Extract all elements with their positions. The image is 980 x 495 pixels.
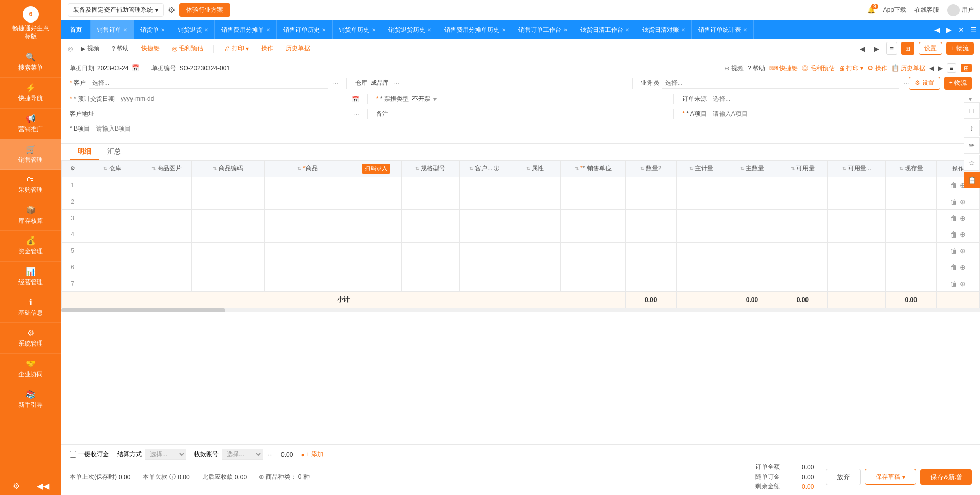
- settings-icon[interactable]: ⚙: [13, 481, 20, 491]
- profit-icon2[interactable]: ◎ 毛利预估: [802, 64, 834, 73]
- th-settings[interactable]: ⚙: [62, 161, 83, 177]
- table-cell[interactable]: [510, 259, 560, 275]
- table-cell[interactable]: [777, 177, 828, 193]
- tab-summary[interactable]: 汇总: [99, 144, 129, 160]
- sidebar-item-base[interactable]: ℹ 基础信息: [0, 292, 61, 323]
- table-cell[interactable]: [264, 177, 351, 193]
- table-cell[interactable]: [886, 193, 937, 210]
- table-cell[interactable]: [401, 193, 459, 210]
- tab-close-icon[interactable]: ✕: [266, 27, 270, 33]
- tab-close-icon[interactable]: ✕: [625, 27, 629, 33]
- save-draft-btn[interactable]: 保存草稿 ▾: [865, 469, 916, 485]
- th-scan[interactable]: 扫码录入: [351, 161, 402, 177]
- settings-btn[interactable]: 设置: [919, 42, 942, 55]
- table-cell[interactable]: [727, 193, 777, 210]
- sidebar-item-guide[interactable]: 📚 新手引导: [0, 384, 61, 415]
- table-cell[interactable]: [510, 210, 560, 226]
- table-cell[interactable]: [264, 275, 351, 292]
- table-cell[interactable]: [886, 177, 937, 193]
- table-cell[interactable]: [141, 193, 192, 210]
- copy-row-icon[interactable]: ⊕: [960, 247, 966, 255]
- tab-return-history[interactable]: 销货退货历史 ✕: [382, 20, 438, 39]
- table-cell[interactable]: [560, 193, 625, 210]
- table-cell[interactable]: [459, 226, 510, 243]
- tab-close-icon[interactable]: ✕: [123, 27, 127, 33]
- delivery-input[interactable]: [118, 94, 349, 104]
- table-cell[interactable]: [264, 259, 351, 275]
- table-cell[interactable]: [625, 259, 676, 275]
- table-cell[interactable]: [401, 226, 459, 243]
- table-cell[interactable]: [676, 259, 727, 275]
- float-star-btn[interactable]: ☆: [964, 155, 980, 171]
- table-cell[interactable]: [727, 177, 777, 193]
- table-cell[interactable]: [83, 275, 141, 292]
- table-cell[interactable]: [727, 259, 777, 275]
- th-unit[interactable]: ⇅ ** 销售单位: [560, 161, 625, 177]
- form-add-btn[interactable]: + 物流: [944, 77, 972, 90]
- float-copy-btn[interactable]: 📋: [964, 172, 980, 188]
- user-avatar[interactable]: 用户: [947, 4, 974, 16]
- copy-row-icon[interactable]: ⊕: [960, 214, 966, 222]
- th-stock[interactable]: ⇅ 现存量: [886, 161, 937, 177]
- table-cell[interactable]: [192, 210, 264, 226]
- table-cell[interactable]: [560, 226, 625, 243]
- app-download-link[interactable]: App下载: [883, 6, 906, 14]
- sales-input[interactable]: [662, 78, 899, 89]
- customer-input[interactable]: [89, 78, 328, 89]
- tab-close-icon[interactable]: ✕: [204, 27, 208, 33]
- th-main-unit[interactable]: ⇅ 主计量: [676, 161, 727, 177]
- settings-gear-icon[interactable]: ⚙: [168, 5, 175, 15]
- sales-more-icon[interactable]: ···: [904, 80, 909, 87]
- table-cell[interactable]: [83, 243, 141, 259]
- table-cell[interactable]: [560, 275, 625, 292]
- table-cell[interactable]: [510, 193, 560, 210]
- nav-next-btn[interactable]: ▶: [943, 26, 955, 34]
- tab-order-workbench[interactable]: 销售订单工作台 ✕: [512, 20, 574, 39]
- table-cell[interactable]: [192, 226, 264, 243]
- table-cell[interactable]: [828, 243, 886, 259]
- table-cell[interactable]: [459, 259, 510, 275]
- table-cell[interactable]: [192, 259, 264, 275]
- table-cell[interactable]: [141, 177, 192, 193]
- prev-record-btn[interactable]: ◀: [857, 45, 868, 53]
- operate-btn[interactable]: 操作: [257, 42, 277, 54]
- table-cell[interactable]: [777, 243, 828, 259]
- table-cell[interactable]: [510, 275, 560, 292]
- grid-view-btn[interactable]: ⊞: [901, 42, 914, 55]
- calendar2-icon[interactable]: 📅: [352, 96, 359, 103]
- table-cell[interactable]: [886, 226, 937, 243]
- sidebar-item-collab[interactable]: 🤝 企业协同: [0, 354, 61, 384]
- tab-order-history[interactable]: 销售订单历史 ✕: [277, 20, 333, 39]
- b-project-input[interactable]: [93, 123, 247, 134]
- add-item-btn[interactable]: + 物流: [946, 42, 974, 55]
- table-cell[interactable]: [510, 243, 560, 259]
- collapse-icon[interactable]: ◀◀: [37, 481, 49, 491]
- tab-expense-history[interactable]: 销售费用分摊单历史 ✕: [438, 20, 512, 39]
- table-cell[interactable]: [141, 275, 192, 292]
- table-cell[interactable]: [83, 193, 141, 210]
- help-icon2[interactable]: ? 帮助: [748, 64, 765, 73]
- th-warehouse[interactable]: ⇅ 仓库: [83, 161, 141, 177]
- tab-detail[interactable]: 明细: [70, 144, 99, 160]
- shortcut-btn[interactable]: 快捷键: [137, 42, 164, 54]
- tab-close-icon[interactable]: ✕: [161, 27, 165, 33]
- table-cell[interactable]: [351, 193, 402, 210]
- table-cell[interactable]: [459, 210, 510, 226]
- table-cell[interactable]: [264, 193, 351, 210]
- copy-row-icon[interactable]: ⊕: [960, 279, 966, 288]
- table-cell[interactable]: [777, 210, 828, 226]
- table-cell[interactable]: [676, 210, 727, 226]
- tab-order-stats[interactable]: 销售订单统计表 ✕: [692, 20, 754, 39]
- table-cell[interactable]: [351, 210, 402, 226]
- table-cell[interactable]: [727, 275, 777, 292]
- table-cell[interactable]: [676, 177, 727, 193]
- warehouse-more-icon[interactable]: ···: [394, 80, 399, 87]
- tab-cash-reconcile[interactable]: 钱货日清对账 ✕: [636, 20, 692, 39]
- table-cell[interactable]: [828, 210, 886, 226]
- tab-expense-split[interactable]: 销售费用分摊单 ✕: [215, 20, 277, 39]
- tab-close-icon[interactable]: ✕: [563, 27, 568, 33]
- sidebar-item-finance[interactable]: 💰 资金管理: [0, 231, 61, 262]
- table-cell[interactable]: [459, 177, 510, 193]
- calendar-icon[interactable]: 📅: [132, 64, 139, 72]
- float-expand-btn[interactable]: □: [964, 102, 980, 119]
